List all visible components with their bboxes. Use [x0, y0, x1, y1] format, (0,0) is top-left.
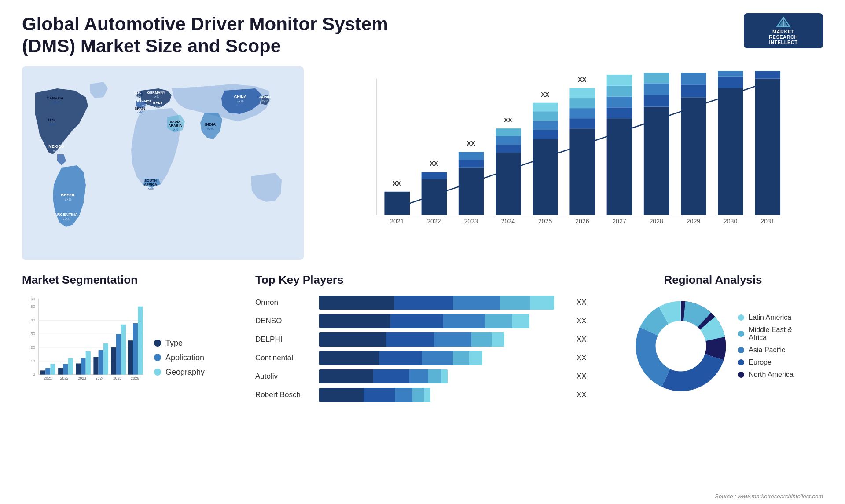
svg-rect-69 [569, 88, 595, 98]
regional-color-asia-pacific [738, 347, 744, 353]
svg-text:FRANCE: FRANCE [137, 99, 152, 103]
svg-text:2026: 2026 [575, 218, 589, 225]
svg-rect-125 [93, 357, 98, 374]
svg-text:2031: 2031 [760, 218, 775, 225]
svg-text:AFRICA: AFRICA [144, 183, 157, 186]
svg-text:XX: XX [393, 180, 401, 187]
svg-text:10: 10 [30, 358, 35, 363]
svg-text:ARABIA: ARABIA [168, 124, 182, 128]
svg-text:2025: 2025 [113, 376, 121, 380]
svg-rect-43 [422, 179, 447, 215]
svg-text:xx%: xx% [137, 111, 143, 114]
header: Global Automotive Driver Monitor System … [22, 13, 823, 58]
svg-text:XX: XX [615, 71, 624, 72]
svg-text:xx%: xx% [62, 217, 69, 221]
player-bar-autoliv [319, 369, 566, 383]
regional-color-mea [738, 331, 744, 337]
svg-text:ITALY: ITALY [153, 101, 162, 105]
player-row-bosch: Robert Bosch XX [255, 388, 590, 402]
segmentation-chart: 0 10 20 30 40 50 60 [22, 293, 145, 390]
svg-rect-58 [533, 139, 558, 215]
svg-rect-74 [607, 96, 632, 107]
svg-rect-75 [607, 85, 632, 96]
legend-item-type: Type [154, 339, 205, 348]
svg-rect-133 [128, 340, 133, 374]
svg-text:30: 30 [30, 332, 35, 336]
svg-text:xx%: xx% [154, 105, 160, 108]
svg-text:U.S.: U.S. [48, 118, 56, 122]
regional-color-north-america [738, 372, 744, 378]
player-name-continental: Continental [255, 354, 312, 362]
regional-legend-asia-pacific: Asia Pacific [738, 346, 793, 354]
svg-rect-48 [459, 160, 484, 168]
svg-rect-82 [644, 73, 669, 83]
svg-rect-96 [755, 71, 780, 79]
svg-text:MEXICO: MEXICO [48, 144, 64, 149]
svg-text:CANADA: CANADA [47, 96, 64, 100]
svg-rect-131 [121, 325, 126, 375]
logo-area: MARKET RESEARCH INTELLECT [744, 13, 823, 48]
svg-text:2029: 2029 [687, 218, 701, 225]
svg-rect-114 [45, 368, 50, 375]
svg-text:2021: 2021 [390, 218, 404, 225]
player-name-denso: DENSO [255, 317, 312, 325]
regional-label-mea: Middle East &Africa [749, 326, 792, 342]
svg-rect-92 [718, 71, 743, 76]
svg-rect-61 [533, 111, 558, 121]
player-name-bosch: Robert Bosch [255, 391, 312, 399]
svg-text:40: 40 [30, 318, 35, 322]
svg-text:2022: 2022 [60, 376, 69, 380]
svg-rect-87 [681, 73, 706, 84]
svg-text:2023: 2023 [464, 218, 478, 225]
svg-text:CHINA: CHINA [234, 95, 247, 99]
svg-rect-44 [422, 172, 447, 179]
svg-rect-129 [111, 347, 116, 375]
player-bar-delphi [319, 332, 566, 347]
svg-rect-52 [496, 153, 521, 215]
player-xx-bosch: XX [577, 391, 590, 399]
donut-chart-svg [632, 298, 729, 394]
svg-point-142 [657, 322, 705, 370]
legend-dot-geography [154, 369, 161, 376]
svg-text:SAUDI: SAUDI [170, 120, 181, 124]
player-bar-bosch [319, 388, 566, 402]
world-map-container: CANADA xx% U.S. xx% MEXICO xx% BRAZIL xx… [22, 66, 304, 260]
regional-label-asia-pacific: Asia Pacific [749, 346, 785, 354]
regional-section: Regional Analysis [603, 273, 823, 402]
regional-legend-latin-america: Latin America [738, 314, 793, 321]
svg-text:SPAIN: SPAIN [135, 106, 145, 110]
svg-text:JAPAN: JAPAN [259, 95, 271, 99]
svg-text:BRAZIL: BRAZIL [61, 193, 76, 197]
svg-rect-53 [496, 145, 521, 153]
svg-text:GERMANY: GERMANY [147, 91, 166, 95]
svg-rect-135 [138, 307, 143, 375]
svg-rect-90 [718, 88, 743, 215]
svg-rect-80 [644, 95, 669, 107]
logo-icon [775, 17, 792, 27]
svg-rect-59 [533, 130, 558, 139]
svg-text:XX: XX [430, 160, 438, 167]
svg-text:0: 0 [33, 372, 35, 376]
regional-label-north-america: North America [749, 371, 793, 379]
players-title: Top Key Players [255, 273, 590, 287]
svg-rect-122 [81, 358, 85, 374]
svg-rect-86 [681, 85, 706, 97]
svg-rect-76 [607, 75, 632, 86]
players-list: Omron XX [255, 296, 590, 402]
bottom-section: Market Segmentation 0 10 20 30 [22, 273, 823, 402]
source-text: Source : www.marketresearchintellect.com [715, 493, 823, 500]
svg-text:2028: 2028 [649, 218, 663, 225]
svg-text:xx%: xx% [48, 123, 55, 127]
regional-color-latin-america [738, 314, 744, 321]
svg-text:2024: 2024 [96, 376, 104, 380]
svg-text:xx%: xx% [153, 95, 159, 98]
svg-text:xx%: xx% [51, 101, 58, 105]
svg-rect-47 [459, 168, 484, 215]
svg-text:xx%: xx% [207, 127, 213, 131]
regional-legend: Latin America Middle East &Africa Asia P… [738, 314, 793, 379]
svg-rect-49 [459, 152, 484, 160]
svg-text:INDIA: INDIA [205, 122, 216, 127]
svg-rect-118 [63, 364, 68, 374]
player-xx-denso: XX [577, 317, 590, 325]
svg-rect-130 [116, 334, 121, 374]
